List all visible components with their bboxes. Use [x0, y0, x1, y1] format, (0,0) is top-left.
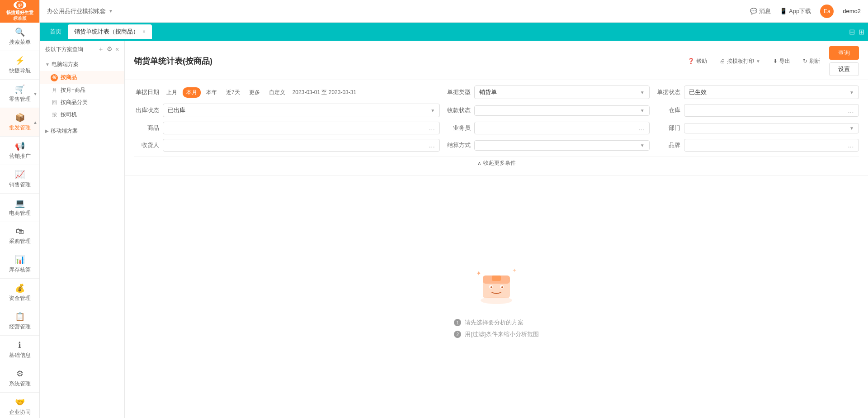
- tree-item-driver-label: 按司机: [61, 111, 77, 119]
- sidebar-item-operations[interactable]: 📋 经营管理: [0, 307, 39, 336]
- sidebar-item-system[interactable]: ⚙ 系统管理: [0, 364, 39, 393]
- product-more-icon[interactable]: …: [429, 124, 435, 132]
- sidebar-item-collab[interactable]: 🤝 企业协同: [0, 393, 39, 418]
- sidebar-item-wholesale[interactable]: 📦 批发管理 ▲: [0, 108, 39, 137]
- sidebar-label-collab: 企业协同: [9, 408, 31, 416]
- query-button[interactable]: 查询: [829, 46, 859, 60]
- refresh-button[interactable]: ↻ 刷新: [799, 56, 824, 67]
- collapse-panel-button[interactable]: «: [115, 45, 119, 53]
- help-label: 帮助: [696, 57, 707, 65]
- avatar[interactable]: Ea: [820, 5, 834, 18]
- refresh-icon: ↻: [803, 58, 807, 64]
- app-download-label: App下载: [789, 7, 811, 15]
- sidebar-item-quick-nav[interactable]: ⚡ 快捷导航: [0, 51, 39, 80]
- user-name[interactable]: demo2: [843, 8, 861, 14]
- tree-item-by-product-category[interactable]: 回 按商品分类: [40, 96, 124, 109]
- workspace-dropdown-arrow: ▼: [108, 9, 113, 14]
- paystatus-select[interactable]: ▼: [474, 105, 649, 116]
- app-logo: 好 畅捷通好生意 标准版: [0, 0, 39, 23]
- docstatus-label: 单据状态: [655, 88, 684, 96]
- content-area: 按以下方案查询 ＋ ⚙ « ▼ 电脑端方案 按 按商品 月 按月+: [40, 41, 868, 418]
- workspace-selector[interactable]: 办公用品行业模拟账套 ▼: [47, 7, 113, 15]
- tab-bar: 首页 销货单统计表（按商品） × ⊟ ⊞: [40, 23, 868, 41]
- warehouse-input[interactable]: …: [684, 104, 859, 117]
- receiver-more-icon[interactable]: …: [429, 142, 435, 149]
- collab-icon: 🤝: [15, 397, 25, 407]
- date-shortcut-7days[interactable]: 近7天: [222, 87, 244, 98]
- retail-arrow: ▼: [33, 91, 38, 96]
- doctype-select[interactable]: 销货单 ▼: [474, 86, 649, 99]
- staff-input[interactable]: …: [474, 122, 649, 134]
- wholesale-icon: 📦: [15, 113, 25, 123]
- staff-more-icon[interactable]: …: [638, 124, 645, 132]
- template-print-button[interactable]: 🖨 按模板打印 ▼: [716, 56, 764, 67]
- brand-label: 品牌: [655, 141, 684, 149]
- sales-icon: 📈: [15, 170, 25, 180]
- svg-point-8: [491, 286, 492, 288]
- driver-icon: 按: [51, 111, 58, 118]
- sidebar: 好 畅捷通好生意 标准版 🔍 搜索菜单 ⚡ 快捷导航 🛒 零售管理 ▼ 📦 批发…: [0, 0, 40, 418]
- filter-row-2: 出库状态 已出库 ▼ 收款状态 ▼ 仓库: [134, 104, 859, 117]
- tip-text-2: 用[过滤]条件来缩小分析范围: [465, 330, 538, 338]
- empty-tip-1: 1 请先选择要分析的方案: [454, 318, 538, 327]
- tree-group-pc-header[interactable]: ▼ 电脑端方案: [40, 58, 124, 71]
- app-download-action[interactable]: 📱 App下载: [780, 7, 811, 15]
- date-shortcuts: 上月 本月 本年 近7天 更多 自定义: [163, 87, 289, 98]
- tab-minimize-button[interactable]: ⊟: [849, 28, 855, 36]
- tab-home[interactable]: 首页: [43, 24, 68, 39]
- message-action[interactable]: 💬 消息: [750, 7, 771, 15]
- warehouse-more-icon[interactable]: …: [848, 107, 854, 114]
- date-filter-row: 上月 本月 本年 近7天 更多 自定义 2023-03-01 至 2023-03…: [163, 87, 356, 98]
- marketing-icon: 📢: [15, 141, 25, 151]
- receiver-input[interactable]: …: [163, 139, 440, 152]
- svg-text:✦: ✦: [512, 267, 517, 274]
- date-shortcut-more[interactable]: 更多: [245, 87, 264, 98]
- right-panel: 销货单统计表(按商品) ❓ 帮助 🖨 按模板打印 ▼ ⬇ 导出: [125, 41, 868, 418]
- payment-select[interactable]: ▼: [474, 140, 649, 151]
- tree-item-by-driver[interactable]: 按 按司机: [40, 109, 124, 121]
- add-scheme-button[interactable]: ＋: [98, 45, 104, 53]
- tree-pc-label: 电脑端方案: [52, 61, 79, 68]
- tab-active[interactable]: 销货单统计表（按商品） ×: [68, 24, 152, 39]
- tree-group-mobile-header[interactable]: ▶ 移动端方案: [40, 124, 124, 138]
- sidebar-item-sales[interactable]: 📈 销售管理: [0, 165, 39, 194]
- search-menu-icon: 🔍: [15, 27, 25, 37]
- page-title-bar: 销货单统计表(按商品) ❓ 帮助 🖨 按模板打印 ▼ ⬇ 导出: [125, 41, 868, 80]
- inventory-icon: 📊: [15, 255, 25, 265]
- brand-input[interactable]: …: [684, 139, 859, 152]
- filter-row-3: 商品 … 业务员 … 部门: [134, 122, 859, 134]
- dept-select[interactable]: ▼: [684, 123, 859, 133]
- export-button[interactable]: ⬇ 导出: [769, 56, 794, 67]
- sidebar-label-sales: 销售管理: [9, 181, 31, 189]
- filter-form: 单据日期 上月 本月 本年 近7天 更多 自定义 2023-03-01 至 20…: [125, 80, 868, 176]
- date-shortcut-custom[interactable]: 自定义: [265, 87, 289, 98]
- svg-text:✦: ✦: [476, 270, 481, 277]
- tree-item-by-month-product[interactable]: 月 按月+商品: [40, 84, 124, 96]
- sidebar-label-purchase: 采购管理: [9, 238, 31, 245]
- payment-arrow: ▼: [640, 143, 645, 148]
- collapse-bar[interactable]: ∧ 收起更多条件: [134, 156, 859, 170]
- tree-item-by-product[interactable]: 按 按商品: [40, 71, 124, 84]
- settings-scheme-button[interactable]: ⚙: [107, 45, 113, 53]
- tree-item-by-product-label: 按商品: [61, 74, 77, 81]
- sidebar-item-basic-info[interactable]: ℹ 基础信息: [0, 336, 39, 364]
- sidebar-item-finance[interactable]: 💰 资金管理: [0, 279, 39, 307]
- tab-close-icon[interactable]: ×: [142, 29, 146, 34]
- date-shortcut-this-month[interactable]: 本月: [183, 87, 201, 98]
- settings-button[interactable]: 设置: [829, 62, 859, 76]
- sidebar-item-marketing[interactable]: 📢 营销推广: [0, 137, 39, 165]
- product-input[interactable]: …: [163, 122, 440, 134]
- tab-maximize-button[interactable]: ⊞: [859, 28, 864, 36]
- docstatus-select[interactable]: 已生效 ▼: [684, 86, 859, 99]
- sidebar-item-retail[interactable]: 🛒 零售管理 ▼: [0, 80, 39, 108]
- sidebar-item-ecommerce[interactable]: 💻 电商管理: [0, 194, 39, 222]
- brand-more-icon[interactable]: …: [848, 142, 854, 149]
- sidebar-item-inventory[interactable]: 📊 库存核算: [0, 250, 39, 279]
- date-shortcut-last-month[interactable]: 上月: [163, 87, 181, 98]
- date-shortcut-this-year[interactable]: 本年: [203, 87, 221, 98]
- help-button[interactable]: ❓ 帮助: [684, 56, 711, 67]
- sidebar-item-purchase[interactable]: 🛍 采购管理: [0, 222, 39, 250]
- export-icon: ⬇: [773, 58, 778, 64]
- outstatus-select[interactable]: 已出库 ▼: [163, 104, 440, 117]
- sidebar-item-search-menu[interactable]: 🔍 搜索菜单: [0, 23, 39, 51]
